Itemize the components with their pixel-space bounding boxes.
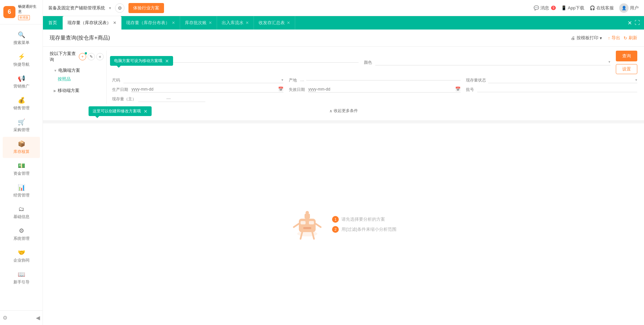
scheme-group-pc-label: 电脑端方案 [58,67,80,73]
color-input[interactable] [375,60,608,64]
print-btn[interactable]: 🖨 按模板打印 ▾ [568,34,605,42]
svg-point-6 [306,211,309,214]
tab-fullscreen-icon[interactable]: ⛶ [635,20,640,26]
origin-label: 产地 [289,77,298,83]
sidebar-footer: ⚙ ◀ [0,310,43,325]
size-input[interactable] [123,77,281,82]
tab-flow[interactable]: 出入库流水 ✕ [217,16,254,30]
tooltip1-close[interactable]: ✕ [165,58,169,64]
search-menu-icon: 🔍 [18,31,25,39]
filter-cell-color: 颜色 ▾ [364,60,610,65]
tab-close-inventory-status[interactable]: ✕ [113,20,116,25]
scheme-item-pc-1[interactable]: 按照品 [50,75,104,84]
messages-btn[interactable]: 💬 消息 9 [534,5,556,11]
tooltip2-text: 这里可以创建和修改方案哦 [93,108,141,114]
batch-label: 批号 [466,87,475,93]
sidebar-settings-icon[interactable]: ⚙ [3,315,7,321]
sidebar-item-label-tutorial: 新手引导 [13,279,30,285]
tab-close-all-icon[interactable]: ✕ [628,20,632,26]
expire-date-input[interactable] [308,87,455,92]
sidebar-item-inventory[interactable]: 📦 库存核算 [3,137,40,158]
dot-indicator [85,52,87,54]
tab-close-batch-account[interactable]: ✕ [209,20,212,25]
header-settings-button[interactable]: ⚙ [115,3,124,13]
left-arrow-icon: « [99,54,101,59]
tab-summary[interactable]: 收发存汇总表 ✕ [254,16,295,30]
tab-close-flow[interactable]: ✕ [246,20,249,25]
messages-badge: 9 [551,6,556,10]
tab-flow-label: 出入库流水 [222,20,244,26]
filter-cell-stock-status: 现存量状态 ▾ [466,77,637,83]
tab-inventory-status-label: 现存量（库存状况表） [67,20,111,26]
edit-scheme-btn[interactable]: ✎ [88,53,95,60]
system-dropdown-icon[interactable]: ▾ [109,6,111,10]
reset-button[interactable]: 设置 [616,64,637,74]
scheme-group-mobile-header[interactable]: ▶ 移动端方案 [50,86,104,95]
size-label: 尺码 [112,77,121,83]
refresh-icon: ↻ [624,36,627,41]
stock-qty-to[interactable] [172,96,199,101]
empty-svg [290,207,324,240]
calendar-icon-2[interactable]: 📅 [455,87,461,92]
page-header: 现存量查询(按仓库+商品) 🖨 按模板打印 ▾ ↑ 导出 ↻ 刷新 [43,30,644,47]
size-chevron-down: ▾ [281,78,283,82]
tab-inventory-dist[interactable]: 现存量（库存分布表） ✕ [121,16,180,30]
sidebar-collapse-icon[interactable]: ◀ [36,315,40,321]
stock-qty-label: 现存量（主） [112,96,136,102]
sidebar-item-tutorial[interactable]: 📖 新手引导 [3,267,40,288]
messages-label: 消息 [540,5,549,11]
sidebar-item-finance[interactable]: 💵 资金管理 [3,159,40,180]
header-right: 💬 消息 9 📱 App下载 🎧 在线客服 👤 用户 [534,3,639,13]
user-avatar: 👤 [619,3,629,13]
sidebar-item-marketing[interactable]: 📢 营销推广 [3,71,40,93]
online-support-label: 在线客服 [596,5,614,11]
sidebar-item-label-search: 搜索菜单 [13,40,30,46]
add-scheme-btn[interactable]: + [79,53,86,60]
sidebar-item-system[interactable]: ⚙ 系统管理 [3,224,40,245]
tooltip2-close[interactable]: ✕ [144,109,148,114]
tab-inventory-dist-label: 现存量（库存分布表） [126,20,170,26]
scheme-group-pc: ▼ 电脑端方案 按照品 [50,66,104,84]
sidebar-item-label-basic: 基础信息 [13,214,30,220]
tab-bar: 首页 现存量（库存状况表） ✕ 现存量（库存分布表） ✕ 库存批次账 ✕ 出入库… [43,16,644,30]
left-arrow-btn[interactable]: « [96,53,104,60]
filter-cell-expire-date: 失效日期 📅 [289,87,460,93]
calendar-icon-1[interactable]: 📅 [278,87,283,92]
sidebar-item-operations[interactable]: 📊 经营管理 [3,180,40,202]
scheme-group-pc-header[interactable]: ▼ 电脑端方案 [50,66,104,75]
step-2-circle: 2 [332,226,339,233]
online-support-btn[interactable]: 🎧 在线客服 [590,5,614,11]
collapse-btn[interactable]: ∧ 收起更多条件 [324,107,363,115]
tab-batch-account[interactable]: 库存批次账 ✕ [180,16,217,30]
sidebar-item-purchase[interactable]: 🛒 采购管理 [3,115,40,136]
app-download-label: App下载 [568,5,584,11]
sidebar-item-label-finance: 资金管理 [13,171,30,176]
tab-close-summary[interactable]: ✕ [287,20,290,25]
search-button[interactable]: 查询 [616,51,637,61]
filter-row-2: 尺码 ▾ 产地 ··· 现存量状态 [112,77,637,83]
sidebar-item-search[interactable]: 🔍 搜索菜单 [3,28,40,49]
tab-inventory-status[interactable]: 现存量（库存状况表） ✕ [63,16,121,30]
sidebar-item-label-quicknav: 快捷导航 [13,62,30,67]
sidebar-item-sales[interactable]: 💰 销售管理 [3,93,40,114]
sidebar-item-basic[interactable]: 🗂 基础信息 [3,202,40,223]
stock-status-input[interactable] [488,77,635,82]
origin-dots[interactable]: ··· [300,78,304,83]
range-separator: — [166,96,171,101]
filter-row-4: 现存量（主） — [112,96,637,102]
tab-close-inventory-dist[interactable]: ✕ [172,20,175,25]
sidebar-item-collab[interactable]: 🤝 企业协同 [3,246,40,267]
app-download-btn[interactable]: 📱 App下载 [561,5,584,11]
export-btn[interactable]: ↑ 导出 [608,35,621,41]
sidebar-item-quicknav[interactable]: ⚡ 快捷导航 [3,50,40,71]
stock-qty-from[interactable] [138,96,165,101]
scheme-group-mobile: ▶ 移动端方案 [50,86,104,95]
refresh-btn[interactable]: ↻ 刷新 [624,35,637,41]
batch-input[interactable] [477,87,637,92]
collapse-up-icon: ∧ [329,109,332,113]
stock-status-label: 现存量状态 [466,77,486,83]
tab-home[interactable]: 首页 [43,16,63,30]
produce-date-input[interactable] [131,87,278,92]
industry-btn[interactable]: 体验行业方案 [128,3,164,13]
user-area[interactable]: 👤 用户 [619,3,639,13]
